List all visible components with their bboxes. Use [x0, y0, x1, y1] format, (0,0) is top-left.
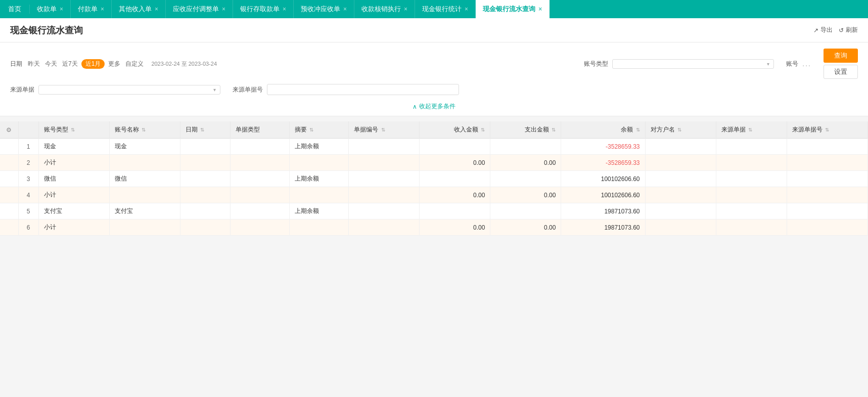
filter-row-2: 来源单据 ▾ 来源单据号 [10, 84, 858, 95]
nav-home[interactable]: 首页 [0, 5, 30, 14]
nav-close-icon[interactable]: × [538, 6, 542, 13]
settings-button[interactable]: 设置 [824, 65, 858, 79]
sort-date-icon: ⇅ [200, 127, 204, 133]
row-account-name: 现金 [109, 139, 180, 155]
row-settings-cell [0, 155, 18, 171]
col-doc-type[interactable]: 单据类型 [230, 121, 289, 139]
collapse-bar[interactable]: ∧ 收起更多条件 [10, 100, 858, 111]
date-shortcut[interactable]: 昨天 [26, 59, 41, 69]
table-row: 3 微信 微信 上期余额 100102606.60 [0, 171, 868, 187]
row-account-name [109, 155, 180, 171]
account-dots-button[interactable]: ... [802, 60, 811, 68]
row-account-type: 小计 [38, 187, 109, 203]
row-expense: 0.00 [490, 219, 561, 236]
row-source-doc-no [787, 139, 868, 155]
col-account-name[interactable]: 账号名称 ⇅ [109, 121, 180, 139]
sort-expense-icon: ⇅ [552, 127, 556, 133]
col-source-doc-no[interactable]: 来源单据号 ⇅ [787, 121, 868, 139]
sort-source-doc-icon: ⇅ [748, 127, 752, 133]
date-label: 日期 [10, 60, 22, 68]
nav-item[interactable]: 银行存取款单 × [233, 0, 294, 18]
nav-close-icon[interactable]: × [404, 6, 407, 13]
row-account-type: 现金 [38, 139, 109, 155]
row-income [420, 171, 490, 187]
date-shortcut[interactable]: 近7天 [61, 59, 79, 69]
row-doc-type [230, 203, 289, 219]
nav-item[interactable]: 应收应付调整单 × [166, 0, 233, 18]
col-balance[interactable]: 余额 ⇅ [561, 121, 645, 139]
nav-item[interactable]: 付款单 × [71, 0, 112, 18]
query-button[interactable]: 查询 [824, 49, 858, 63]
row-doc-no [349, 139, 420, 155]
nav-item[interactable]: 现金银行统计 × [415, 0, 476, 18]
row-doc-no [349, 155, 420, 171]
sort-account-name-icon: ⇅ [142, 127, 146, 133]
nav-item[interactable]: 其他收入单 × [112, 0, 166, 18]
row-date [180, 139, 230, 155]
row-settings-cell [0, 171, 18, 187]
col-income[interactable]: 收入金额 ⇅ [420, 121, 490, 139]
row-account-name: 支付宝 [109, 203, 180, 219]
account-type-chevron-icon: ▾ [767, 61, 769, 67]
filter-row-1: 日期 昨天今天近7天近1月更多自定义 2023-02-24 至 2023-03-… [10, 49, 858, 79]
nav-close-icon[interactable]: × [101, 6, 104, 13]
nav-close-icon[interactable]: × [465, 6, 468, 13]
page-header: 现金银行流水查询 ↗ 导出 ↺ 刷新 [0, 18, 868, 42]
col-source-doc[interactable]: 来源单据 ⇅ [716, 121, 787, 139]
row-doc-no [349, 171, 420, 187]
nav-close-icon[interactable]: × [155, 6, 158, 13]
row-doc-no [349, 187, 420, 203]
row-balance: 100102606.60 [561, 187, 645, 203]
refresh-label: 刷新 [846, 26, 858, 34]
action-buttons: 查询 设置 [824, 49, 858, 79]
col-summary[interactable]: 摘要 ⇅ [290, 121, 349, 139]
row-counterparty [645, 219, 716, 236]
source-doc-select[interactable]: ▾ [38, 85, 220, 95]
row-account-name [109, 187, 180, 203]
row-doc-no [349, 203, 420, 219]
nav-item[interactable]: 收款核销执行 × [354, 0, 415, 18]
row-account-type: 微信 [38, 171, 109, 187]
row-source-doc-no [787, 171, 868, 187]
nav-close-icon[interactable]: × [343, 6, 347, 13]
row-income [420, 139, 490, 155]
row-num: 4 [18, 187, 38, 203]
date-shortcuts: 昨天今天近7天近1月更多自定义 [26, 59, 145, 69]
col-doc-no[interactable]: 单据编号 ⇅ [349, 121, 420, 139]
row-date [180, 187, 230, 203]
account-type-label: 账号类型 [584, 60, 608, 68]
row-settings-cell [0, 139, 18, 155]
sort-income-icon: ⇅ [481, 127, 485, 133]
row-doc-no [349, 219, 420, 236]
row-source-doc-no [787, 219, 868, 236]
nav-item[interactable]: 收款单 × [30, 0, 71, 18]
row-doc-type [230, 155, 289, 171]
row-balance: 100102606.60 [561, 171, 645, 187]
col-account-type[interactable]: 账号类型 ⇅ [38, 121, 109, 139]
row-num: 3 [18, 171, 38, 187]
table-header-row: ⚙ 账号类型 ⇅ 账号名称 ⇅ 日期 ⇅ 单据类型 摘要 ⇅ 单据编号 ⇅ 收入… [0, 121, 868, 139]
row-counterparty [645, 139, 716, 155]
col-expense[interactable]: 支出金额 ⇅ [490, 121, 561, 139]
row-summary [290, 155, 349, 171]
export-button[interactable]: ↗ 导出 [813, 26, 833, 34]
col-counterparty[interactable]: 对方户名 ⇅ [645, 121, 716, 139]
nav-item[interactable]: 现金银行流水查询 × [476, 0, 550, 18]
date-shortcut[interactable]: 今天 [43, 59, 59, 69]
row-summary: 上期余额 [290, 203, 349, 219]
nav-close-icon[interactable]: × [222, 6, 225, 13]
data-table-container: ⚙ 账号类型 ⇅ 账号名称 ⇅ 日期 ⇅ 单据类型 摘要 ⇅ 单据编号 ⇅ 收入… [0, 121, 868, 236]
account-type-select[interactable]: ▾ [612, 59, 774, 69]
date-shortcut[interactable]: 更多 [107, 59, 122, 69]
date-shortcut[interactable]: 自定义 [124, 59, 145, 69]
nav-close-icon[interactable]: × [60, 6, 63, 13]
nav-item[interactable]: 预收冲应收单 × [294, 0, 354, 18]
row-source-doc [716, 171, 787, 187]
table-settings-icon[interactable]: ⚙ [6, 126, 12, 134]
source-doc-no-input[interactable] [267, 84, 459, 95]
refresh-button[interactable]: ↺ 刷新 [839, 26, 858, 34]
nav-close-icon[interactable]: × [283, 6, 286, 13]
date-shortcut[interactable]: 近1月 [81, 59, 105, 69]
col-date[interactable]: 日期 ⇅ [180, 121, 230, 139]
sort-doc-no-icon: ⇅ [381, 127, 385, 133]
